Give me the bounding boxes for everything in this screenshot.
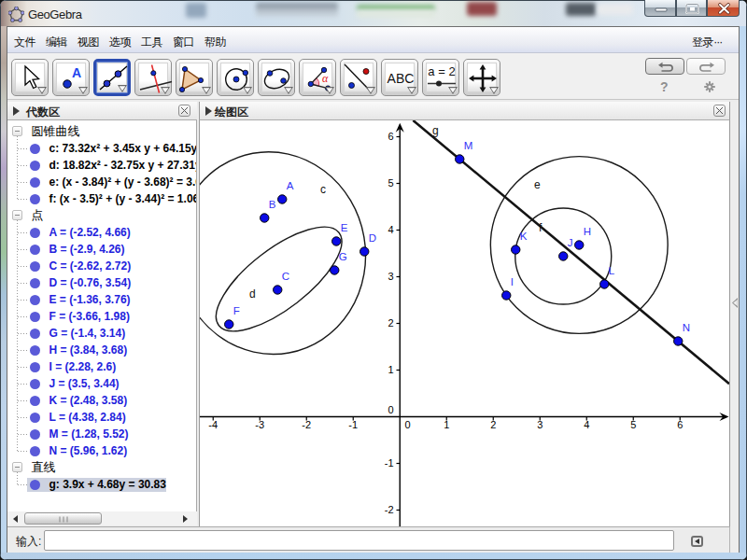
- svg-text:0: 0: [388, 404, 393, 415]
- svg-text:-1: -1: [385, 457, 394, 469]
- svg-text:M: M: [464, 140, 473, 151]
- svg-text:ABC: ABC: [388, 71, 415, 86]
- svg-text:A: A: [72, 65, 81, 80]
- svg-text:L: L: [609, 265, 615, 276]
- svg-text:3: 3: [537, 419, 543, 430]
- svg-text:2: 2: [388, 317, 393, 329]
- svg-text:2: 2: [490, 419, 496, 430]
- svg-text:4: 4: [584, 419, 589, 430]
- svg-text:d: d: [249, 287, 256, 301]
- svg-text:B: B: [269, 199, 276, 210]
- svg-text:5: 5: [630, 419, 636, 430]
- svg-text:F: F: [233, 305, 240, 316]
- svg-text:-2: -2: [302, 419, 311, 430]
- svg-text:3: 3: [388, 271, 393, 282]
- svg-text:H: H: [584, 226, 591, 237]
- svg-text:-2: -2: [385, 504, 394, 515]
- svg-text:-4: -4: [208, 419, 218, 430]
- svg-text:1: 1: [444, 419, 449, 430]
- svg-text:-3: -3: [255, 419, 264, 430]
- svg-text:0: 0: [404, 419, 410, 430]
- svg-text:K: K: [520, 231, 528, 242]
- svg-text:6: 6: [677, 419, 683, 430]
- svg-text:-1: -1: [348, 419, 358, 430]
- svg-text:A: A: [287, 180, 294, 191]
- svg-text:6: 6: [388, 131, 393, 142]
- svg-text:N: N: [683, 322, 690, 333]
- svg-text:α: α: [322, 72, 329, 85]
- svg-text:D: D: [369, 232, 376, 244]
- svg-text:E: E: [341, 222, 348, 233]
- svg-text:C: C: [282, 271, 289, 282]
- svg-text:1: 1: [388, 364, 393, 375]
- svg-text:I: I: [511, 276, 514, 287]
- svg-text:g: g: [432, 124, 439, 137]
- svg-text:c: c: [320, 183, 326, 196]
- svg-text:5: 5: [388, 177, 393, 189]
- svg-text:G: G: [339, 251, 347, 262]
- svg-text:J: J: [568, 237, 573, 248]
- svg-text:a = 2: a = 2: [428, 64, 455, 78]
- svg-text:e: e: [534, 178, 541, 191]
- svg-text:4: 4: [388, 224, 393, 235]
